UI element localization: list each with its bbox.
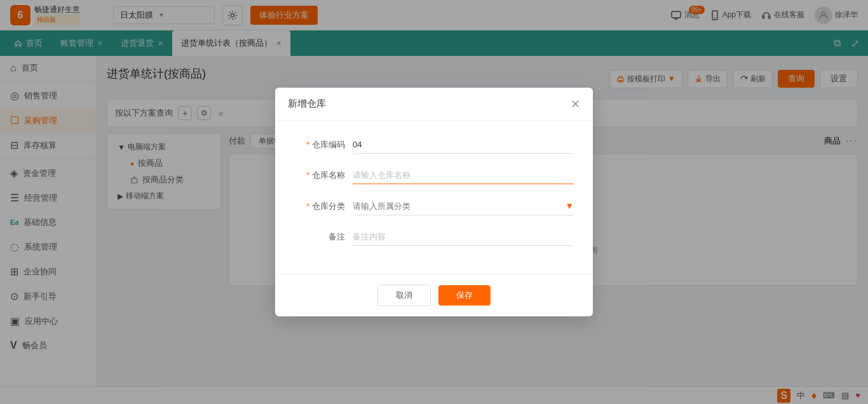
form-row-code: 仓库编码 [294, 136, 574, 154]
modal-overlay: 新增仓库 ✕ 仓库编码 仓库名称 仓库分类 ▼ [0, 0, 868, 404]
name-input[interactable] [353, 166, 574, 184]
add-warehouse-modal: 新增仓库 ✕ 仓库编码 仓库名称 仓库分类 ▼ [275, 88, 593, 316]
note-input[interactable] [353, 228, 574, 246]
category-label: 仓库分类 [294, 201, 345, 212]
cancel-button[interactable]: 取消 [377, 285, 431, 306]
save-button[interactable]: 保存 [438, 285, 491, 306]
form-row-category: 仓库分类 ▼ [294, 197, 574, 215]
modal-footer: 取消 保存 [275, 274, 593, 316]
category-input[interactable] [353, 201, 565, 211]
note-label: 备注 [294, 231, 345, 243]
name-label: 仓库名称 [294, 170, 345, 181]
form-row-name: 仓库名称 [294, 166, 574, 184]
modal-title: 新增仓库 [288, 98, 326, 110]
category-select-wrapper[interactable]: ▼ [353, 197, 574, 215]
modal-body: 仓库编码 仓库名称 仓库分类 ▼ 备注 [275, 121, 593, 274]
form-row-note: 备注 [294, 228, 574, 246]
code-label: 仓库编码 [294, 139, 345, 151]
code-input[interactable] [353, 136, 574, 154]
modal-close-button[interactable]: ✕ [571, 98, 580, 110]
modal-header: 新增仓库 ✕ [275, 88, 593, 121]
category-arrow-icon: ▼ [565, 201, 574, 211]
